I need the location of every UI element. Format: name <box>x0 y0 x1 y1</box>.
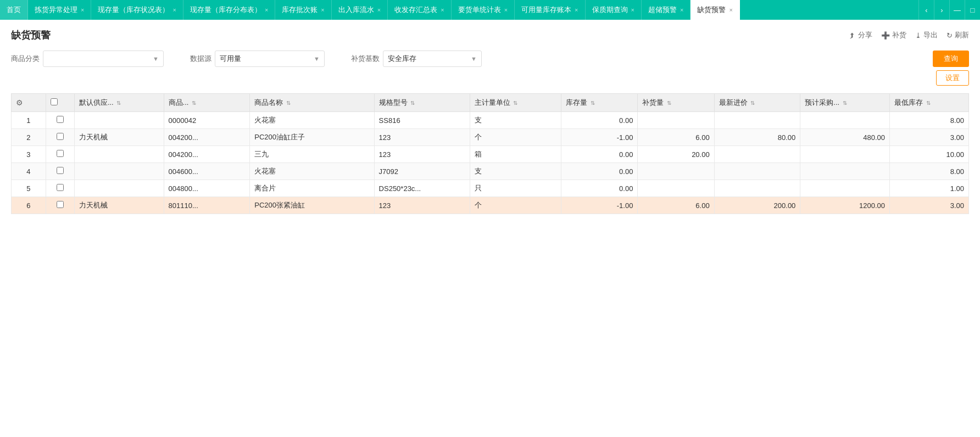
row-replenish: 6.00 <box>638 129 714 146</box>
nav-arrow-left[interactable]: ‹ <box>918 0 934 20</box>
nav-tab-6[interactable]: 收发存汇总表 × <box>388 0 451 20</box>
replenish-base-filter: 补货基数 安全库存 ▼ <box>351 51 482 67</box>
query-button[interactable]: 查询 <box>933 51 969 67</box>
nav-tab-3-close[interactable]: × <box>265 7 268 13</box>
row-checkbox[interactable] <box>57 133 64 140</box>
nav-tab-7-close[interactable]: × <box>504 7 508 13</box>
nav-tab-10-close[interactable]: × <box>680 7 683 13</box>
nav-tab-4[interactable]: 库存批次账 × <box>275 0 331 20</box>
row-checkbox[interactable] <box>57 150 64 157</box>
nav-tab-7[interactable]: 要货单统计表 × <box>452 0 515 20</box>
row-checkbox[interactable] <box>57 201 64 208</box>
row-latest-price <box>714 112 800 129</box>
nav-tab-9[interactable]: 保质期查询 × <box>586 0 642 20</box>
supplier-sort-icon: ⇅ <box>116 100 121 106</box>
nav-tab-3[interactable]: 现存量（库存分布表） × <box>183 0 275 20</box>
row-name: 离合片 <box>250 180 374 197</box>
row-checkbox-cell[interactable] <box>46 197 74 214</box>
row-stock: 0.00 <box>561 112 638 129</box>
th-replenish[interactable]: 补货量 ⇅ <box>638 94 714 112</box>
row-index: 1 <box>12 112 46 129</box>
row-spec: J7092 <box>374 163 470 180</box>
row-index: 4 <box>12 163 46 180</box>
page-title: 缺货预警 <box>11 29 51 42</box>
datasource-select[interactable]: 可用量 ▼ <box>215 51 325 67</box>
page-header: 缺货预警 ⮭ 分享 ➕ 补货 ⤓ 导出 ↻ 刷新 <box>11 29 969 42</box>
replenish-button[interactable]: ➕ 补货 <box>881 30 906 40</box>
row-checkbox[interactable] <box>57 116 64 123</box>
nav-tab-2-close[interactable]: × <box>172 7 176 13</box>
nav-tab-10[interactable]: 超储预警 × <box>642 0 691 20</box>
th-unit-label: 主计量单位 <box>475 98 510 107</box>
row-minstock: 3.00 <box>890 129 969 146</box>
nav-tab-9-close[interactable]: × <box>631 7 634 13</box>
table-row: 5 004800... 离合片 DS250*23c... 只 0.00 1.00 <box>12 180 969 197</box>
th-code[interactable]: 商品... ⇅ <box>164 94 250 112</box>
right-buttons: 查询 设置 <box>933 51 969 86</box>
th-settings[interactable]: ⚙ <box>12 94 46 112</box>
th-estimate[interactable]: 预计采购... ⇅ <box>800 94 890 112</box>
replenish-label: 补货 <box>892 30 906 40</box>
replenish-sort-icon: ⇅ <box>667 100 671 106</box>
th-spec[interactable]: 规格型号 ⇅ <box>374 94 470 112</box>
share-button[interactable]: ⮭ 分享 <box>849 30 872 40</box>
th-supplier[interactable]: 默认供应... ⇅ <box>74 94 164 112</box>
nav-tab-5[interactable]: 出入库流水 × <box>332 0 388 20</box>
refresh-button[interactable]: ↻ 刷新 <box>946 30 969 40</box>
row-checkbox-cell[interactable] <box>46 163 74 180</box>
row-estimate <box>800 146 890 163</box>
row-estimate <box>800 112 890 129</box>
th-name[interactable]: 商品名称 ⇅ <box>250 94 374 112</box>
top-nav: 首页 拣货异常处理 × 现存量（库存状况表） × 现存量（库存分布表） × 库存… <box>0 0 980 20</box>
nav-tab-8-label: 可用量库存账本 <box>521 5 571 15</box>
row-replenish: 20.00 <box>638 146 714 163</box>
nav-tab-home[interactable]: 首页 <box>0 0 28 20</box>
nav-tab-6-close[interactable]: × <box>441 7 444 13</box>
th-stock[interactable]: 库存量 ⇅ <box>561 94 638 112</box>
nav-tab-1-label: 拣货异常处理 <box>35 5 77 15</box>
replenish-base-value: 安全库存 <box>388 54 416 64</box>
row-checkbox-cell[interactable] <box>46 129 74 146</box>
row-stock: 0.00 <box>561 146 638 163</box>
nav-tab-11-close[interactable]: × <box>729 7 732 13</box>
nav-tab-11[interactable]: 缺货预警 × <box>691 0 739 20</box>
category-select[interactable]: ▼ <box>43 51 164 67</box>
share-label: 分享 <box>858 30 872 40</box>
datasource-filter: 数据源 可用量 ▼ <box>190 51 325 67</box>
row-checkbox-cell[interactable] <box>46 146 74 163</box>
row-checkbox-cell[interactable] <box>46 112 74 129</box>
row-checkbox-cell[interactable] <box>46 180 74 197</box>
th-latest-price[interactable]: 最新进价 ⇅ <box>714 94 800 112</box>
datasource-dropdown-icon: ▼ <box>314 55 320 62</box>
nav-minimize[interactable]: — <box>949 0 965 20</box>
nav-tab-1[interactable]: 拣货异常处理 × <box>28 0 91 20</box>
nav-maximize[interactable]: □ <box>965 0 980 20</box>
export-button[interactable]: ⤓ 导出 <box>915 30 938 40</box>
nav-tab-8[interactable]: 可用量库存账本 × <box>515 0 585 20</box>
settings-button[interactable]: 设置 <box>936 70 969 86</box>
nav-tab-8-close[interactable]: × <box>575 7 578 13</box>
th-minstock[interactable]: 最低库存 ⇅ <box>890 94 969 112</box>
row-checkbox[interactable] <box>57 184 64 191</box>
nav-arrow-right[interactable]: › <box>934 0 949 20</box>
nav-tab-2-label: 现存量（库存状况表） <box>98 5 169 15</box>
nav-tab-10-label: 超储预警 <box>648 5 677 15</box>
nav-tab-5-close[interactable]: × <box>377 7 381 13</box>
th-checkbox[interactable] <box>46 94 74 112</box>
th-unit[interactable]: 主计量单位 ⇅ <box>470 94 561 112</box>
replenish-base-select[interactable]: 安全库存 ▼ <box>383 51 482 67</box>
row-code: 0000042 <box>164 112 250 129</box>
row-name: 三九 <box>250 146 374 163</box>
th-replenish-label: 补货量 <box>642 98 664 107</box>
row-checkbox[interactable] <box>57 167 64 174</box>
row-unit: 只 <box>470 180 561 197</box>
row-replenish <box>638 180 714 197</box>
row-code: 801110... <box>164 197 250 214</box>
select-all-checkbox[interactable] <box>51 98 58 105</box>
nav-tab-1-close[interactable]: × <box>81 7 84 13</box>
replenish-base-dropdown-icon: ▼ <box>471 55 477 62</box>
nav-tab-2[interactable]: 现存量（库存状况表） × <box>91 0 183 20</box>
nav-tab-4-close[interactable]: × <box>321 7 324 13</box>
settings-gear-icon[interactable]: ⚙ <box>16 98 23 107</box>
row-minstock: 10.00 <box>890 146 969 163</box>
